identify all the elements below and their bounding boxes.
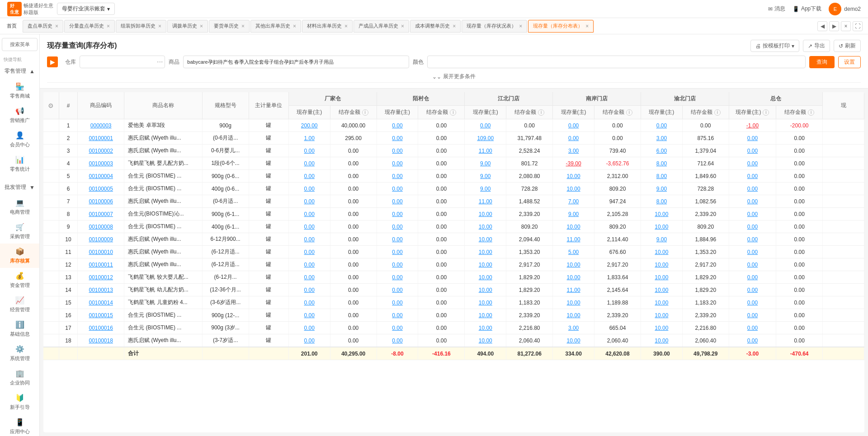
yb-qty-link[interactable]: 3.00: [656, 135, 667, 141]
tab-product-in[interactable]: 产成品入库单历史 ×: [354, 20, 409, 33]
code-link[interactable]: 00100003: [89, 160, 113, 167]
yb-qty-link[interactable]: 6.00: [656, 148, 667, 154]
na-qty-link[interactable]: 10.00: [567, 312, 580, 319]
sidebar-item-member[interactable]: 👤 会员中心: [0, 127, 39, 152]
sidebar-item-operations[interactable]: 📈 经营管理: [0, 292, 39, 317]
total-qty-link[interactable]: 0.00: [747, 135, 758, 141]
tab-close-icon[interactable]: ×: [453, 23, 456, 29]
jb-qty-link[interactable]: 10.00: [479, 274, 492, 281]
total-qty-link[interactable]: 0.00: [747, 148, 758, 154]
f-qty-link[interactable]: 0.00: [304, 287, 315, 293]
jb-qty-link[interactable]: 10.00: [479, 325, 492, 331]
yb-qty-link[interactable]: 9.00: [656, 236, 667, 243]
info-icon[interactable]: i: [626, 109, 632, 116]
refresh-btn[interactable]: ↺ 刷新: [834, 40, 861, 52]
na-qty-link[interactable]: 3.00: [568, 325, 579, 331]
warehouse-input[interactable]: ···: [80, 56, 165, 68]
total-qty-link[interactable]: 0.00: [747, 300, 758, 306]
tab-material-out[interactable]: 材料出库单历史 ×: [302, 20, 353, 33]
gear-icon[interactable]: ⚙: [48, 102, 54, 109]
na-qty-link[interactable]: 0.00: [568, 135, 579, 141]
tab-close-icon[interactable]: ×: [200, 23, 203, 29]
f-qty-link[interactable]: 0.00: [304, 148, 315, 154]
na-qty-link[interactable]: 0.00: [568, 122, 579, 129]
tab-close-icon[interactable]: ×: [519, 23, 522, 29]
code-link[interactable]: 00100018: [89, 338, 113, 344]
total-qty-link[interactable]: 0.00: [747, 211, 758, 217]
na-qty-link[interactable]: 7.00: [568, 198, 579, 205]
sidebar-item-basic-info[interactable]: ℹ️ 基础信息: [0, 317, 39, 341]
jb-qty-link[interactable]: 0.00: [480, 122, 491, 129]
settings-btn[interactable]: 设置: [838, 56, 861, 68]
yb-qty-link[interactable]: 8.00: [656, 173, 667, 179]
total-qty-link[interactable]: 0.00: [747, 186, 758, 192]
sidebar-item-apps[interactable]: 📱 应用中心: [0, 414, 39, 436]
tab-stock-dist[interactable]: 现存量（库存分布表） ×: [528, 20, 594, 33]
yb-qty-link[interactable]: 10.00: [655, 224, 668, 230]
m-qty-link[interactable]: 0.00: [392, 236, 402, 243]
jb-qty-link[interactable]: 9.00: [480, 173, 491, 179]
f-qty-link[interactable]: 0.00: [304, 198, 315, 205]
info-icon[interactable]: i: [808, 109, 814, 116]
f-qty-link[interactable]: 0.00: [304, 186, 315, 192]
info-icon[interactable]: i: [714, 109, 721, 116]
code-link[interactable]: 00100010: [89, 249, 113, 255]
jb-qty-link[interactable]: 9.00: [480, 186, 491, 192]
jb-qty-link[interactable]: 11.00: [479, 148, 492, 154]
yb-qty-link[interactable]: 10.00: [655, 312, 668, 319]
tab-close-icon[interactable]: ×: [241, 23, 245, 29]
jb-qty-link[interactable]: 10.00: [479, 300, 492, 306]
m-qty-link[interactable]: 0.00: [392, 224, 402, 230]
jb-qty-link[interactable]: 10.00: [479, 224, 492, 230]
more-icon[interactable]: ···: [155, 58, 165, 66]
total-qty-link[interactable]: 0.00: [747, 338, 758, 344]
m-qty-link[interactable]: 0.00: [392, 198, 402, 205]
yb-qty-link[interactable]: 10.00: [655, 325, 668, 331]
total-qty-link[interactable]: 0.00: [747, 173, 758, 179]
m-qty-link[interactable]: 0.00: [392, 135, 402, 141]
na-qty-link[interactable]: 10.00: [567, 186, 580, 192]
total-qty-link[interactable]: 0.00: [747, 312, 758, 319]
f-qty-link[interactable]: 0.00: [304, 338, 315, 344]
m-qty-link[interactable]: 0.00: [392, 186, 402, 192]
sidebar-item-system[interactable]: ⚙️ 系统管理: [0, 341, 39, 366]
sidebar-item-retail-stats[interactable]: 📊 零售统计: [0, 152, 39, 176]
tab-prev-btn[interactable]: ◀: [817, 21, 827, 31]
message-btn[interactable]: ✉ 消息: [768, 5, 785, 13]
sidebar-item-enterprise[interactable]: 🏢 企业协同: [0, 366, 39, 390]
info-icon[interactable]: i: [763, 109, 769, 116]
sidebar-item-purchase[interactable]: 🛒 采购管理: [0, 219, 39, 244]
na-qty-link[interactable]: 10.00: [567, 173, 580, 179]
expand-collapse-btn[interactable]: ▶: [47, 56, 58, 67]
total-qty-link[interactable]: 0.00: [747, 287, 758, 293]
table-container[interactable]: ⚙ # 商品编码 商品名称 规格型号 主计量单位 厂家仓 陌村仓 江北门店 南岸…: [43, 92, 864, 432]
sidebar-item-ecommerce[interactable]: 💻 电商管理: [0, 195, 39, 219]
jb-qty-link[interactable]: 11.00: [479, 198, 492, 205]
total-qty-link[interactable]: 0.00: [747, 325, 758, 331]
jb-qty-link[interactable]: 10.00: [479, 287, 492, 293]
sidebar-item-retail-mgmt[interactable]: 零售管理 ▲: [0, 64, 39, 79]
yb-qty-link[interactable]: 8.00: [656, 198, 667, 205]
f-qty-link[interactable]: 1.00: [304, 135, 315, 141]
na-qty-link[interactable]: 10.00: [567, 224, 580, 230]
m-qty-link[interactable]: 0.00: [392, 325, 402, 331]
yb-qty-link[interactable]: 10.00: [655, 338, 668, 344]
total-qty-link[interactable]: 0.00: [747, 274, 758, 281]
m-qty-link[interactable]: 0.00: [392, 122, 402, 129]
total-qty-link[interactable]: 0.00: [747, 160, 758, 167]
search-single-btn[interactable]: 搜索英单: [2, 38, 38, 51]
code-link[interactable]: 00100007: [89, 211, 113, 217]
yb-qty-link[interactable]: 10.00: [655, 262, 668, 268]
m-qty-link[interactable]: 0.00: [392, 312, 402, 319]
f-qty-link[interactable]: 0.00: [304, 262, 315, 268]
code-link[interactable]: 0000003: [90, 122, 112, 129]
yb-qty-link[interactable]: 8.00: [656, 160, 667, 167]
jb-qty-link[interactable]: 10.00: [479, 249, 492, 255]
total-qty-link[interactable]: 0.00: [747, 224, 758, 230]
sidebar-item-inventory[interactable]: 📦 库存核算: [0, 244, 39, 268]
code-link[interactable]: 00100002: [89, 148, 113, 154]
m-qty-link[interactable]: 0.00: [392, 249, 402, 255]
info-icon[interactable]: i: [538, 109, 544, 116]
yb-qty-link[interactable]: 10.00: [655, 287, 668, 293]
na-qty-link[interactable]: 5.00: [568, 249, 579, 255]
